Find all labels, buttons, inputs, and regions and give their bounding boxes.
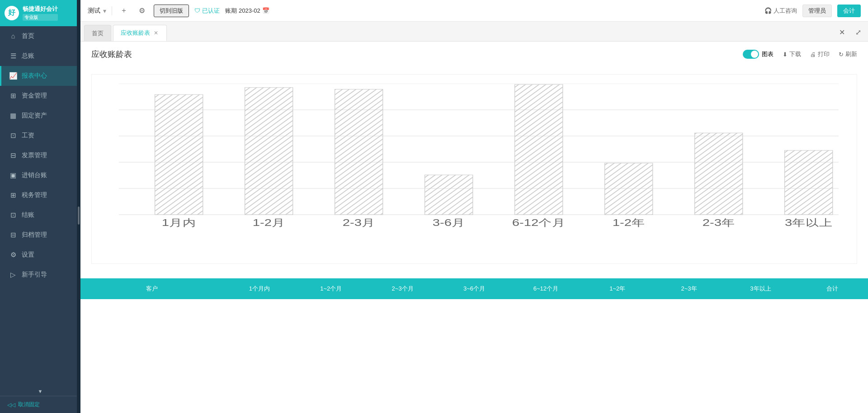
page-content: 应收账龄表 图表 ⬇ 下载 🖨 打印 [80, 42, 868, 413]
sidebar-item-label: 结账 [22, 211, 34, 219]
sidebar-item-settings[interactable]: ⚙ 设置 [0, 245, 80, 265]
headset-icon: 🎧 [764, 7, 772, 14]
logo-name: 畅捷通好会计 [23, 5, 58, 13]
chevron-down-icon: ▾ [103, 7, 106, 14]
close-window-button[interactable]: ✕ [835, 26, 848, 38]
period-label: 账期 [225, 7, 237, 15]
toggle-label: 图表 [762, 50, 774, 58]
settings-icon: ⚙ [9, 251, 17, 259]
sidebar-item-label: 报表中心 [22, 72, 47, 80]
company-selector[interactable]: 测试 ▾ [88, 7, 106, 15]
print-icon: 🖨 [810, 51, 816, 58]
manager-button[interactable]: 管理员 [802, 5, 832, 17]
sidebar-item-checkout[interactable]: ⊡ 结账 [0, 205, 80, 225]
cancel-fixed-label: 取消固定 [18, 401, 40, 408]
sidebar-item-label: 税务管理 [22, 191, 47, 199]
sidebar-item-label: 固定资产 [22, 112, 47, 120]
table-header: 客户 1个月内 1~2个月 2~3个月 3~6个月 6~12个月 1~2年 2~… [80, 278, 868, 299]
chart-area: 0 500 1000 1500 2000 2500 [80, 67, 868, 275]
th-1month: 1个月内 [224, 278, 295, 299]
page-title: 应收账龄表 [91, 49, 132, 60]
tabbar-right: ✕ ⤢ [835, 26, 864, 41]
th-2-3month: 2~3个月 [367, 278, 438, 299]
tab-ar-aging[interactable]: 应收账龄表 ✕ [113, 25, 167, 41]
period-value: 2023-02 [239, 7, 260, 14]
sidebar-item-reports[interactable]: 📈 报表中心 [0, 66, 80, 86]
switch-version-button[interactable]: 切到旧版 [154, 5, 189, 17]
download-label: 下载 [789, 50, 801, 58]
main-area: 测试 ▾ ＋ ⚙ 切到旧版 🛡 已认证 账期 2023-02 📅 🎧 人工咨询 … [80, 0, 868, 413]
sidebar-item-assets[interactable]: ▦ 固定资产 [0, 106, 80, 126]
sidebar-item-ledger[interactable]: ☰ 总账 [0, 46, 80, 66]
sidebar-item-label: 归档管理 [22, 231, 47, 239]
sidebar-item-inventory[interactable]: ▣ 进销台账 [0, 165, 80, 185]
print-button[interactable]: 🖨 打印 [810, 50, 830, 58]
service-button[interactable]: 🎧 人工咨询 [764, 7, 797, 15]
add-button[interactable]: ＋ [118, 5, 130, 17]
sidebar-item-guide[interactable]: ▷ 新手引导 [0, 265, 80, 285]
cancel-fixed-button[interactable]: ◁◁ 取消固定 [0, 396, 80, 413]
calendar-icon[interactable]: 📅 [262, 7, 269, 14]
guide-icon: ▷ [9, 271, 17, 279]
th-3-6month: 3~6个月 [439, 278, 510, 299]
sidebar-item-capital[interactable]: ⊞ 资金管理 [0, 86, 80, 106]
sidebar-item-invoices[interactable]: ⊟ 发票管理 [0, 145, 80, 165]
bar-1 [155, 94, 203, 215]
ledger-icon: ☰ [9, 52, 17, 60]
tab-home[interactable]: 首页 [84, 25, 111, 41]
sidebar-item-tax[interactable]: ⊞ 税务管理 [0, 185, 80, 205]
sidebar-scrollbar[interactable] [77, 0, 80, 413]
th-2-3year: 2~3年 [653, 278, 725, 299]
svg-text:1-2月: 1-2月 [253, 217, 285, 228]
sidebar-item-label: 资金管理 [22, 92, 47, 100]
bar-5 [515, 84, 563, 215]
topbar-divider-1 [112, 6, 112, 15]
settings-gear-icon[interactable]: ⚙ [136, 5, 148, 17]
sidebar-item-label: 总账 [22, 52, 34, 60]
bar-8 [785, 150, 833, 215]
sidebar-item-label: 工资 [22, 131, 34, 140]
sidebar-item-home[interactable]: ⌂ 首页 [0, 26, 80, 46]
inventory-icon: ▣ [9, 171, 17, 179]
download-icon: ⬇ [783, 51, 788, 58]
th-1-2month: 1~2个月 [295, 278, 367, 299]
print-label: 打印 [818, 50, 830, 58]
th-3plus-year: 3年以上 [725, 278, 796, 299]
bar-7 [695, 133, 743, 215]
sidebar-item-label: 新手引导 [22, 271, 47, 279]
bar-6 [605, 163, 653, 215]
chart-toggle[interactable]: 图表 [743, 50, 774, 59]
archive-icon: ⊟ [9, 231, 17, 239]
company-name: 测试 [88, 7, 100, 15]
th-6-12month: 6~12个月 [510, 278, 581, 299]
bar-chart-svg: 0 500 1000 1500 2000 2500 [119, 84, 839, 241]
tabbar: 首页 应收账龄表 ✕ ✕ ⤢ [80, 22, 868, 42]
svg-text:3-6月: 3-6月 [433, 217, 465, 228]
download-button[interactable]: ⬇ 下载 [783, 50, 801, 58]
refresh-label: 刷新 [845, 50, 857, 58]
service-label: 人工咨询 [774, 7, 797, 15]
sidebar-item-wages[interactable]: ⊡ 工资 [0, 126, 80, 145]
refresh-icon: ↻ [839, 51, 844, 58]
expand-button[interactable]: ⤢ [852, 26, 864, 38]
tab-home-label: 首页 [92, 29, 104, 38]
checkout-icon: ⊡ [9, 211, 17, 219]
svg-text:3年以上: 3年以上 [785, 217, 832, 228]
svg-text:1月内: 1月内 [162, 217, 196, 228]
sidebar-scroll-down-arrow: ▼ [0, 387, 80, 396]
th-customer: 客户 [80, 278, 224, 299]
toggle-track[interactable] [743, 50, 759, 59]
refresh-button[interactable]: ↻ 刷新 [839, 50, 857, 58]
sidebar-item-archive[interactable]: ⊟ 归档管理 [0, 225, 80, 245]
assets-icon: ▦ [9, 112, 17, 120]
page-actions: 图表 ⬇ 下载 🖨 打印 ↻ 刷新 [743, 50, 857, 59]
svg-text:1-2年: 1-2年 [613, 217, 645, 228]
accountant-button[interactable]: 会计 [837, 5, 861, 17]
chart-container: 0 500 1000 1500 2000 2500 [91, 74, 857, 264]
reports-icon: 📈 [9, 72, 17, 80]
tab-close-icon[interactable]: ✕ [153, 29, 159, 37]
wages-icon: ⊡ [9, 131, 17, 140]
table-area: 客户 1个月内 1~2个月 2~3个月 3~6个月 6~12个月 1~2年 2~… [80, 278, 868, 299]
topbar-right: 🎧 人工咨询 管理员 会计 [764, 5, 861, 17]
bar-3 [335, 89, 383, 215]
